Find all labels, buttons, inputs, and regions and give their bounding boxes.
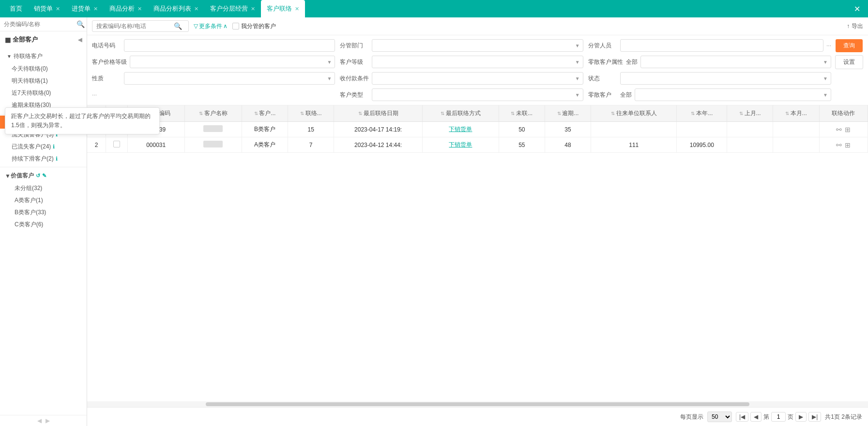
row2-code[interactable]: 000031 [127, 137, 184, 153]
sidebar-search-input[interactable] [4, 21, 76, 28]
row1-link-icon[interactable]: ⚯ [836, 126, 842, 133]
close-sales-order-icon[interactable]: ✕ [56, 6, 60, 12]
row2-grid-icon[interactable]: ⊞ [845, 141, 851, 149]
col-last-contact-method[interactable]: 最后联络方式 [423, 105, 499, 122]
search-button[interactable]: 🔍 [174, 22, 182, 30]
sidebar-left-arrow[interactable]: ◀ [37, 417, 42, 424]
today-pending[interactable]: 今天待联络(0) [0, 63, 87, 75]
class-b-customers[interactable]: B类客户(33) [0, 206, 87, 219]
search-input[interactable] [96, 23, 174, 29]
row2-link-icon[interactable]: ⚯ [836, 141, 842, 149]
page-number-input[interactable] [771, 412, 786, 422]
close-purchase-order-icon[interactable]: ✕ [93, 6, 98, 12]
row1-contact: 15 [288, 122, 334, 137]
tomorrow-pending[interactable]: 明天待联络(1) [0, 75, 87, 87]
sidebar-search-icon[interactable]: 🔍 [76, 20, 85, 28]
col-name[interactable]: 客户名称 [184, 105, 242, 122]
tab-product-analysis-list[interactable]: 商品分析列表 ✕ [148, 0, 204, 17]
phone-input[interactable] [124, 39, 335, 52]
pending-contact-header[interactable]: ▼ 待联络客户 [0, 50, 87, 63]
first-page-button[interactable]: |◀ [736, 412, 748, 422]
close-product-list-icon[interactable]: ✕ [194, 6, 198, 12]
row2-last-method[interactable]: 下销货单 [423, 137, 499, 153]
sidebar-right-arrow[interactable]: ▶ [46, 417, 50, 424]
chevron-down-icon: ∧ [223, 23, 228, 29]
row1-grid-icon[interactable]: ⊞ [845, 126, 851, 133]
tab-product-analysis[interactable]: 商品分析 ✕ [104, 0, 148, 17]
row2-contact: 7 [288, 137, 334, 153]
edit-icon[interactable]: ✎ [42, 173, 46, 179]
class-c-customers[interactable]: C类客户(6) [0, 219, 87, 231]
row1-type: B类客户 [242, 122, 288, 137]
sidebar-all-customers[interactable]: ▦ 全部客户 ◀ [0, 31, 87, 48]
declining-info-icon[interactable]: ℹ [56, 156, 58, 162]
row1-unit-contacts [591, 122, 677, 137]
scrollbar-thumb[interactable] [206, 402, 750, 406]
unclassified-customers[interactable]: 未分组(32) [0, 182, 87, 194]
col-uncontacted[interactable]: 未联... [499, 105, 545, 122]
dept-arrow-icon: ▼ [575, 43, 580, 48]
nature-arrow-icon: ▼ [327, 76, 332, 81]
customer-tier-select[interactable]: ▼ [372, 56, 583, 68]
tab-customer-contact[interactable]: 客户联络 ✕ [261, 0, 305, 17]
tab-sales-order[interactable]: 销货单 ✕ [28, 0, 66, 17]
payment-select[interactable]: ▼ [372, 72, 583, 85]
my-customers-checkbox[interactable] [232, 23, 239, 29]
value-customers-header[interactable]: ▼ 价值客户 ↺ ✎ [0, 169, 87, 182]
row2-checkbox[interactable] [106, 137, 127, 153]
sidebar-collapse-icon[interactable]: ◀ [78, 37, 82, 43]
col-last-month[interactable]: 上月... [727, 105, 773, 122]
col-type[interactable]: 客户... [242, 105, 288, 122]
search-wrapper: 🔍 [92, 20, 189, 32]
close-all-tabs-button[interactable]: ✕ [850, 4, 864, 14]
col-this-month[interactable]: 本月... [773, 105, 819, 122]
col-this-year[interactable]: 本年... [677, 105, 727, 122]
nature-select[interactable]: ▼ [124, 72, 335, 85]
col-contact-count[interactable]: 联络... [288, 105, 334, 122]
tab-home[interactable]: 首页 [4, 0, 28, 17]
more-conditions-button[interactable]: ▽ 更多条件 ∧ [194, 22, 228, 30]
week-pending[interactable]: 近7天待联络(0) [0, 87, 87, 99]
row2-overdue: 48 [545, 137, 591, 153]
already-lost[interactable]: 已流失客户(24) ℹ [0, 141, 87, 153]
horizontal-scrollbar[interactable] [87, 401, 868, 407]
last-page-button[interactable]: ▶| [808, 412, 821, 422]
already-lost-info-icon[interactable]: ℹ [53, 144, 55, 150]
refresh-icon[interactable]: ↺ [36, 173, 40, 179]
filter-nature: 性质 ▼ [92, 72, 335, 85]
settings-button[interactable]: 设置 [835, 55, 863, 69]
status-select[interactable]: ▼ [620, 72, 831, 85]
dept-select[interactable]: ▼ [372, 39, 583, 52]
col-overdue[interactable]: 逾期... [545, 105, 591, 122]
person-dots-icon[interactable]: ··· [826, 42, 831, 49]
declining-customers[interactable]: 持续下滑客户(2) ℹ [0, 153, 87, 165]
prev-page-button[interactable]: ◀ [750, 412, 761, 422]
export-button[interactable]: ↑ 导出 [847, 22, 863, 30]
customer-type-select[interactable]: ▼ [372, 88, 583, 101]
tab-customer-tier[interactable]: 客户分层经营 ✕ [204, 0, 261, 17]
extra-dots-icon[interactable]: ··· [92, 91, 97, 98]
col-last-contact-date[interactable]: 最后联络日期 [334, 105, 423, 122]
tab-purchase-order[interactable]: 进货单 ✕ [66, 0, 104, 17]
close-customer-tier-icon[interactable]: ✕ [251, 6, 255, 12]
price-tier-arrow-icon: ▼ [327, 59, 332, 65]
row2-unit-contacts: 111 [591, 137, 677, 153]
customer-table: ⚙ 客户编码 客户名称 客户... 联络... 最后联络日期 最后联络方式 未联… [87, 105, 868, 153]
class-a-customers[interactable]: A类客户(1) [0, 194, 87, 206]
next-page-button[interactable]: ▶ [795, 412, 807, 422]
col-unit-contacts[interactable]: 往来单位联系人 [591, 105, 677, 122]
retail-customer-select[interactable]: ▼ [635, 88, 831, 101]
close-product-analysis-icon[interactable]: ✕ [137, 6, 142, 12]
query-button[interactable]: 查询 [836, 39, 863, 52]
page-size-select[interactable]: 50 100 200 [707, 411, 732, 422]
person-input[interactable] [620, 39, 823, 52]
price-tier-select[interactable]: ▼ [130, 56, 335, 68]
filter-person: 分管人员 ··· [588, 39, 831, 52]
row1-last-method[interactable]: 下销货单 [423, 122, 499, 137]
retail-attr-select[interactable]: ▼ [640, 56, 831, 68]
my-customers-checkbox-label[interactable]: 我分管的客户 [232, 22, 276, 30]
row1-action-icons: ⚯ ⊞ [822, 126, 865, 133]
row2-select-checkbox[interactable] [113, 141, 120, 147]
row2-last-date: 2023-04-12 14:44: [334, 137, 423, 153]
close-customer-contact-icon[interactable]: ✕ [295, 6, 299, 12]
